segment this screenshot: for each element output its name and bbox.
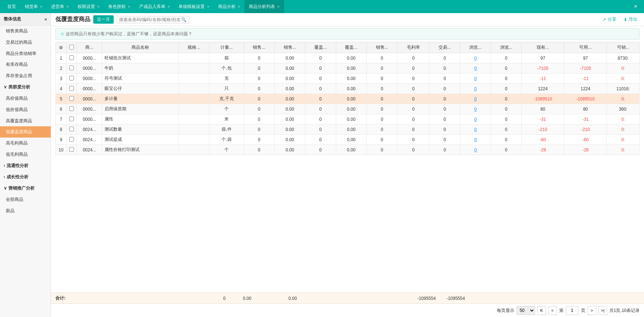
sidebar-item-stock-funds[interactable]: 库存资金占用 bbox=[0, 70, 51, 82]
th-check[interactable] bbox=[67, 42, 77, 53]
close-analysis-icon[interactable]: × bbox=[238, 4, 240, 9]
cell-b1[interactable]: 0 bbox=[460, 114, 491, 124]
sidebar-section-liquidity[interactable]: › 流通性分析 bbox=[0, 160, 51, 171]
sidebar-item-high-profit[interactable]: 高毛利商品 bbox=[0, 138, 51, 149]
cell-salable: 0: bbox=[607, 74, 640, 84]
cell-check[interactable] bbox=[67, 94, 77, 104]
cell-current: -28 bbox=[522, 145, 564, 155]
chevron-right-icon: › bbox=[4, 163, 5, 168]
cell-s1: 0 bbox=[244, 63, 274, 74]
cell-profit: 0 bbox=[397, 84, 429, 94]
export-button[interactable]: ⬇ 导出 bbox=[621, 16, 640, 23]
search-box: 🔍 bbox=[117, 16, 189, 23]
nav-item-analysis[interactable]: 商品分析 × bbox=[214, 0, 244, 13]
sidebar-item-high-coverage[interactable]: 高覆盖度商品 bbox=[0, 115, 51, 127]
cell-b1[interactable]: 0 bbox=[460, 145, 491, 155]
chevron-down-icon2: ∨ bbox=[4, 186, 7, 191]
sidebar-item-traded-goods[interactable]: 交易过的商品 bbox=[0, 37, 51, 48]
row-checkbox[interactable] bbox=[69, 55, 74, 60]
sidebar-section-growth[interactable]: › 成长性分析 bbox=[0, 171, 51, 183]
nav-item-roles[interactable]: 角色授权 × bbox=[104, 0, 134, 13]
prev-page-button[interactable]: < bbox=[548, 306, 557, 315]
cell-s2: 0.00 bbox=[275, 84, 305, 94]
cell-check[interactable] bbox=[67, 114, 77, 124]
row-checkbox[interactable] bbox=[69, 106, 74, 111]
cell-b1[interactable]: 0 bbox=[460, 84, 491, 94]
close-permissions-icon[interactable]: × bbox=[97, 4, 99, 9]
close-analysis-list-icon[interactable]: × bbox=[277, 4, 279, 9]
cell-name: 属性 bbox=[102, 114, 179, 124]
cell-code: 0024... bbox=[77, 124, 102, 135]
row-checkbox[interactable] bbox=[69, 127, 74, 131]
sidebar-item-low-coverage[interactable]: 低覆盖度商品 bbox=[0, 126, 51, 138]
nav-item-home[interactable]: 首页 bbox=[3, 0, 20, 13]
sidebar-item-high-value[interactable]: 高价值商品 bbox=[0, 93, 51, 104]
sidebar-section-cluster[interactable]: ∨ 类群度分析 bbox=[0, 82, 51, 93]
row-checkbox[interactable] bbox=[69, 137, 74, 142]
close-stock-icon[interactable]: × bbox=[168, 4, 170, 9]
nav-item-template[interactable]: 单据模板设置 × bbox=[174, 0, 213, 13]
close-purchase-icon[interactable]: × bbox=[66, 4, 68, 9]
cell-check[interactable] bbox=[67, 104, 77, 114]
sidebar-item-low-profit[interactable]: 低毛利商品 bbox=[0, 149, 51, 160]
cell-c1: 0 bbox=[305, 74, 336, 84]
per-page-select[interactable]: 50 100 200 bbox=[517, 306, 535, 315]
nav-item-analysis-list[interactable]: 商品分析列表 × bbox=[244, 0, 284, 13]
cell-b1[interactable]: 0 bbox=[460, 124, 491, 135]
row-checkbox[interactable] bbox=[69, 66, 74, 70]
cell-b1[interactable]: 0 bbox=[460, 94, 491, 104]
row-checkbox[interactable] bbox=[69, 116, 74, 121]
first-page-button[interactable]: K bbox=[537, 306, 546, 315]
cell-b1[interactable]: 0 bbox=[460, 135, 491, 145]
cell-salable: 8730: bbox=[607, 53, 640, 63]
nav-item-permissions[interactable]: 权限设置 × bbox=[73, 0, 104, 13]
cell-c1: 0 bbox=[305, 53, 336, 63]
sidebar-section-marketing[interactable]: ∨ 营销推广分析 bbox=[0, 183, 51, 194]
nav-item-purchase[interactable]: 进货单 × bbox=[47, 0, 73, 13]
cell-check[interactable] bbox=[67, 74, 77, 84]
cell-check[interactable] bbox=[67, 135, 77, 145]
row-checkbox[interactable] bbox=[69, 96, 74, 101]
time-filter-button[interactable]: 近一月 bbox=[93, 15, 114, 24]
sidebar-item-all-goods[interactable]: 全部商品 bbox=[0, 194, 51, 205]
close-template-icon[interactable]: × bbox=[207, 4, 209, 9]
sidebar-item-low-value[interactable]: 低价值商品 bbox=[0, 104, 51, 115]
sidebar-item-category-rate[interactable]: 商品分类动销率 bbox=[0, 48, 51, 59]
page-number-input[interactable] bbox=[566, 306, 579, 315]
next-page-button[interactable]: > bbox=[588, 306, 596, 315]
nav-item-stock[interactable]: 产成品入库单 × bbox=[135, 0, 174, 13]
settings-icon[interactable]: ⚙ bbox=[59, 45, 63, 50]
sidebar-item-sales-goods[interactable]: 销售类商品 bbox=[0, 25, 51, 37]
row-checkbox[interactable] bbox=[69, 76, 74, 80]
sidebar-item-stock-goods[interactable]: 有库存商品 bbox=[0, 59, 51, 70]
cell-check[interactable] bbox=[67, 63, 77, 74]
cell-spec bbox=[178, 94, 209, 104]
cell-b1[interactable]: 0 bbox=[460, 63, 491, 74]
sidebar-collapse-icon[interactable]: « bbox=[44, 17, 47, 22]
cell-check[interactable] bbox=[67, 145, 77, 155]
row-checkbox[interactable] bbox=[69, 86, 74, 91]
last-page-button[interactable]: >| bbox=[598, 306, 607, 315]
th-settings[interactable]: ⚙ bbox=[56, 42, 67, 53]
close-roles-icon[interactable]: × bbox=[128, 4, 130, 9]
cell-check[interactable] bbox=[67, 53, 77, 63]
close-sales-icon[interactable]: × bbox=[40, 4, 42, 9]
cell-trade: 0 bbox=[429, 53, 460, 63]
cell-check[interactable] bbox=[67, 124, 77, 135]
nav-item-sales[interactable]: 销货单 × bbox=[20, 0, 47, 13]
cell-check[interactable] bbox=[67, 84, 77, 94]
sidebar-item-new-goods[interactable]: 新品 bbox=[0, 205, 51, 217]
cell-b1[interactable]: 0 bbox=[460, 74, 491, 84]
cell-c1: 0 bbox=[305, 145, 336, 155]
cell-b1[interactable]: 0 bbox=[460, 53, 491, 63]
cell-avail: 97 bbox=[564, 53, 607, 63]
cell-s2: 0.00 bbox=[275, 145, 305, 155]
select-all-checkbox[interactable] bbox=[69, 45, 74, 49]
share-button[interactable]: ↗ 分享 bbox=[600, 16, 619, 23]
window-close-button[interactable]: × bbox=[630, 1, 641, 12]
search-input[interactable] bbox=[119, 17, 181, 22]
cell-num: 5 bbox=[56, 94, 67, 104]
row-checkbox[interactable] bbox=[69, 147, 74, 152]
cell-b1[interactable]: 0 bbox=[460, 104, 491, 114]
search-icon[interactable]: 🔍 bbox=[181, 17, 186, 22]
